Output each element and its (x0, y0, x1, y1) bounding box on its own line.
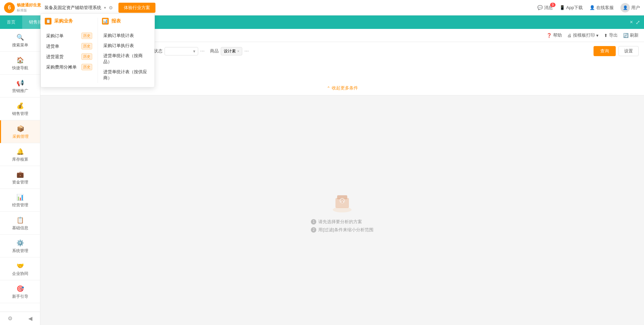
sidebar-item-sales[interactable]: 💰 销售管理 (0, 97, 40, 120)
help-item[interactable]: ❓ 帮助 (546, 32, 562, 38)
sidebar-item-marketing[interactable]: 📢 营销推广 (0, 75, 40, 97)
refresh-item[interactable]: 🔄 刷新 (623, 32, 639, 38)
sidebar-item-quicknav[interactable]: 🏠 快捷导航 (0, 52, 40, 75)
sidebar-item-system-label: 系统管理 (12, 248, 28, 254)
report-header-label: 报表 (111, 18, 121, 24)
tab-expand-icon[interactable]: ⤢ (636, 19, 640, 26)
online-service-label: 在线客服 (596, 5, 614, 11)
sidebar-item-procurement[interactable]: 📦 采购管理 (0, 120, 40, 143)
tab-home-label: 首页 (7, 19, 15, 25)
system-icon: ⚙️ (16, 239, 24, 247)
goods-filter-item: 商品 设计素 × ··· (210, 47, 249, 55)
template-print-item[interactable]: 🖨 按模板打印 ▾ (567, 32, 599, 38)
voucher-status-ellipsis[interactable]: ··· (200, 48, 205, 54)
help-label: 帮助 (553, 32, 562, 38)
app-download-item[interactable]: 📱 App下载 (560, 5, 583, 11)
svg-point-4 (342, 201, 343, 203)
sidebar-settings-icon[interactable]: ⚙ (8, 315, 12, 322)
sidebar: 🔍 搜索菜单 🏠 快捷导航 📢 营销推广 💰 销售管理 📦 采购管理 🔔 库存核… (0, 29, 40, 325)
dropdown-item-purchase-order[interactable]: 采购订单 历史 (45, 31, 94, 41)
collapse-label: 收起更多条件 (332, 85, 358, 91)
message-item[interactable]: 💬 消息 9 (537, 5, 553, 11)
purchase-header-icon: 📋 (45, 18, 51, 25)
cost-alloc-label: 采购费用分摊单 (46, 64, 77, 70)
logo-area: 6 畅捷通好生意 标准版 (4, 2, 44, 13)
refresh-label: 刷新 (630, 32, 639, 38)
sidebar-item-search[interactable]: 🔍 搜索菜单 (0, 29, 40, 52)
main-layout: 🔍 搜索菜单 🏠 快捷导航 📢 营销推广 💰 销售管理 📦 采购管理 🔔 库存核… (0, 29, 644, 325)
collapse-arrow-icon: ⌃ (327, 86, 330, 91)
header-right: 💬 消息 9 📱 App下载 👤 在线客服 👤 用户 (537, 3, 640, 12)
print-icon: 🖨 (567, 33, 572, 38)
logo-text: 畅捷通好生意 标准版 (17, 3, 41, 12)
online-service-item[interactable]: 👤 在线客服 (589, 5, 614, 11)
query-button[interactable]: 查询 (594, 46, 616, 56)
logo-badge: 标准版 (17, 8, 41, 12)
report-header: 📊 报表 (102, 18, 151, 27)
settings-gear-icon[interactable]: ⚙ (109, 5, 113, 10)
sidebar-item-enterprise[interactable]: 🤝 企业协同 (0, 257, 40, 280)
sidebar-item-system[interactable]: ⚙️ 系统管理 (0, 235, 40, 257)
return-label: 进货退货 (46, 54, 64, 60)
dropdown-item-purchase-exec[interactable]: 采购订单执行表 (102, 41, 151, 51)
sidebar-collapse-icon[interactable]: ◀ (28, 315, 32, 322)
goods-tag-label: 设计素 (224, 48, 236, 54)
user-label: 用户 (631, 5, 640, 11)
voucher-status-select[interactable] (165, 47, 198, 55)
print-dropdown-arrow[interactable]: ▾ (596, 33, 599, 38)
enterprise-icon: 🤝 (16, 262, 24, 270)
procurement-dropdown-menu: 📋 采购业务 采购订单 历史 进货单 历史 进货退货 历史 采购费用分摊单 历史 (40, 13, 155, 87)
report-column: 📊 报表 采购订单统计表 采购订单执行表 进货单统计表（按商品） 进货单统计表（… (98, 18, 155, 83)
sidebar-item-inventory[interactable]: 🔔 库存核算 (0, 143, 40, 166)
title-dropdown-arrow[interactable]: ▾ (104, 5, 106, 10)
tip-dot-2: 2 (311, 227, 316, 233)
dropdown-item-purchase-stats[interactable]: 采购订单统计表 (102, 31, 151, 41)
sales-icon: 💰 (16, 102, 24, 110)
user-avatar: 👤 (620, 3, 630, 12)
sidebar-item-enterprise-label: 企业协同 (12, 271, 28, 277)
base-icon: 📋 (16, 216, 24, 224)
incoming-label: 进货单 (46, 43, 59, 49)
procurement-icon: 📦 (17, 125, 24, 132)
refresh-icon: 🔄 (623, 33, 629, 38)
dropdown-item-incoming[interactable]: 进货单 历史 (45, 41, 94, 51)
purchase-stats-label: 采购订单统计表 (103, 33, 134, 39)
setting-button[interactable]: 设置 (618, 46, 639, 56)
logo-icon: 6 (4, 2, 15, 13)
user-item[interactable]: 👤 用户 (620, 3, 640, 12)
tab-close-all-icon[interactable]: × (630, 19, 633, 25)
dropdown-item-cost-alloc[interactable]: 采购费用分摊单 历史 (45, 62, 94, 72)
tab-home[interactable]: 首页 (0, 15, 22, 29)
sidebar-item-operations[interactable]: 📊 经营管理 (0, 189, 40, 212)
logo-main-text: 畅捷通好生意 (17, 3, 41, 8)
dropdown-item-return[interactable]: 进货退货 历史 (45, 51, 94, 62)
sidebar-item-base[interactable]: 📋 基础信息 (0, 212, 40, 235)
history-badge-3: 历史 (81, 64, 92, 70)
system-title-area: 装备及固定资产辅助管理系统 ▾ ⚙ 体验行业方案 (44, 3, 537, 13)
purchase-header: 📋 采购业务 (45, 18, 94, 27)
goods-ellipsis[interactable]: ··· (244, 48, 249, 54)
dropdown-item-incoming-stats-supplier[interactable]: 进货单统计表（按供应商） (102, 67, 151, 83)
voucher-status-select-wrap (165, 47, 198, 55)
dropdown-item-incoming-stats-goods[interactable]: 进货单统计表（按商品） (102, 51, 151, 67)
sidebar-item-sales-label: 销售管理 (12, 111, 28, 117)
goods-tag: 设计素 × (221, 47, 242, 55)
collapse-button[interactable]: ⌃ 收起更多条件 (327, 85, 358, 91)
search-icon: 🔍 (16, 34, 24, 41)
message-badge: 9 (550, 3, 556, 7)
empty-tip-2: 2 用[过滤]条件来缩小分析范围 (311, 227, 373, 233)
export-label: 导出 (609, 32, 618, 38)
sidebar-item-finance[interactable]: 💼 资金管理 (0, 166, 40, 189)
sidebar-bottom: ⚙ ◀ (0, 312, 40, 325)
tip-1-label: 请先选择要分析的方案 (318, 219, 362, 225)
phone-icon: 📱 (560, 5, 565, 10)
goods-tag-close[interactable]: × (237, 49, 239, 53)
export-item[interactable]: ⬆ 导出 (604, 32, 618, 38)
tip-dot-1: 1 (311, 219, 316, 225)
purchase-header-label: 采购业务 (54, 18, 73, 24)
nav-tabs-right: × ⤢ (630, 19, 644, 26)
sidebar-item-newbie[interactable]: 🎯 新手引导 (0, 280, 40, 303)
app-download-label: App下载 (566, 5, 583, 11)
tip-2-label: 用[过滤]条件来缩小分析范围 (318, 227, 373, 233)
industry-btn[interactable]: 体验行业方案 (118, 3, 155, 13)
